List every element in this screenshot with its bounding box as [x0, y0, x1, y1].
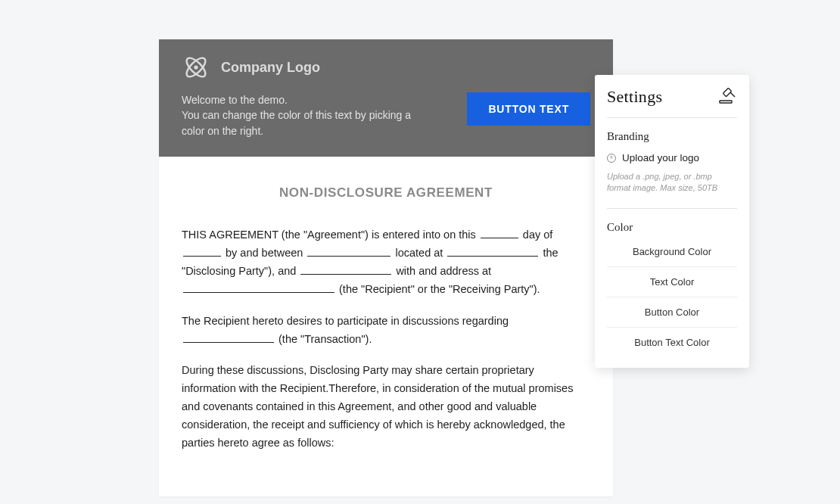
company-logo-text: Company Logo — [221, 60, 320, 76]
header-body: Welcome to the demo. You can change the … — [182, 92, 590, 138]
document-header: Company Logo Welcome to the demo. You ca… — [159, 39, 613, 157]
text: The Recipient hereto desires to particip… — [182, 315, 509, 327]
paragraph-2: The Recipient hereto desires to particip… — [182, 313, 590, 349]
paragraph-3: During these discussions, Disclosing Par… — [182, 362, 590, 453]
settings-header: Settings — [607, 86, 737, 118]
blank-field[interactable] — [183, 244, 221, 257]
branding-section-title: Branding — [607, 130, 737, 143]
text: (the "Transaction"). — [278, 333, 372, 345]
settings-title: Settings — [607, 87, 662, 107]
divider — [607, 208, 737, 209]
text: (the "Recipient" or the "Receiving Party… — [339, 283, 540, 295]
plus-circle-icon: + — [607, 154, 616, 163]
color-option-text[interactable]: Text Color — [607, 267, 737, 297]
color-option-button-text[interactable]: Button Text Color — [607, 328, 737, 357]
text: located at — [395, 247, 443, 259]
svg-rect-3 — [720, 101, 732, 103]
logo-row: Company Logo — [182, 53, 590, 82]
blank-field[interactable] — [300, 263, 391, 275]
color-option-background[interactable]: Background Color — [607, 243, 737, 267]
welcome-line-1: Welcome to the demo. — [182, 92, 416, 107]
upload-logo-label: Upload your logo — [622, 152, 699, 163]
text: by and between — [226, 247, 303, 259]
blank-field[interactable] — [481, 226, 518, 238]
welcome-line-2: You can change the color of this text by… — [182, 107, 416, 138]
color-section-title: Color — [607, 221, 737, 234]
blank-field[interactable] — [183, 281, 334, 293]
upload-hint: Upload a .png, jpeg, or .bmp format imag… — [607, 171, 737, 194]
text: day of — [523, 229, 553, 241]
welcome-text: Welcome to the demo. You can change the … — [182, 92, 416, 138]
svg-point-2 — [194, 65, 198, 69]
document-preview: Company Logo Welcome to the demo. You ca… — [159, 39, 613, 496]
gavel-icon — [717, 86, 737, 108]
text: THIS AGREEMENT (the "Agreement") is ente… — [182, 229, 476, 241]
document-body: NON-DISCLOSURE AGREEMENT THIS AGREEMENT … — [159, 157, 613, 496]
paragraph-1: THIS AGREEMENT (the "Agreement") is ente… — [182, 226, 590, 299]
svg-line-5 — [730, 92, 735, 97]
company-logo-icon — [182, 53, 210, 82]
document-title: NON-DISCLOSURE AGREEMENT — [182, 182, 590, 204]
upload-logo-button[interactable]: + Upload your logo — [607, 152, 737, 163]
svg-rect-4 — [723, 88, 731, 96]
color-options-list: Background Color Text Color Button Color… — [607, 243, 737, 357]
blank-field[interactable] — [307, 244, 390, 257]
blank-field[interactable] — [447, 244, 538, 257]
color-option-button[interactable]: Button Color — [607, 297, 737, 328]
settings-panel: Settings Branding + Upload your logo Upl… — [595, 75, 749, 368]
blank-field[interactable] — [183, 331, 274, 343]
cta-button[interactable]: BUTTON TEXT — [467, 92, 590, 126]
text: with and address at — [396, 265, 491, 277]
